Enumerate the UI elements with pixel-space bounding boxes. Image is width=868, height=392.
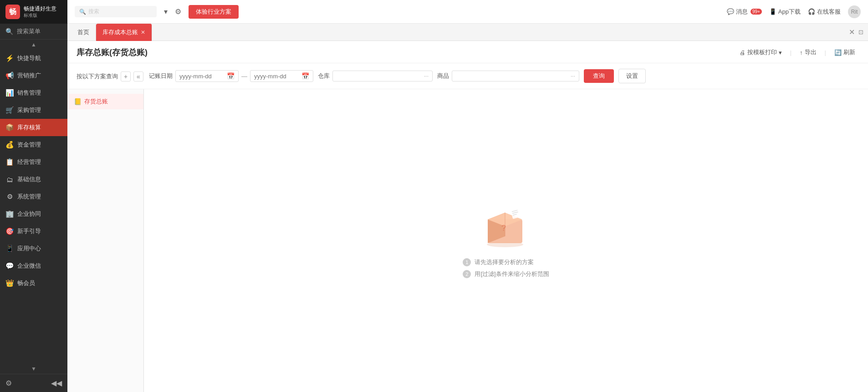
page-title: 库存总账(存货总账): [77, 47, 148, 58]
member-icon: 👑: [5, 279, 14, 287]
product-select[interactable]: ···: [452, 71, 579, 81]
sidebar-item-shortcut[interactable]: ⚡ 快捷导航: [0, 50, 67, 67]
sidebar-item-guide[interactable]: 🎯 新手引导: [0, 223, 67, 240]
sidebar-item-inventory[interactable]: 📦 库存核算: [0, 119, 67, 136]
tip-text-1: 请先选择要分析的方案: [475, 258, 534, 266]
tab-bar: 首页 库存成本总账 ✕ ✕ ⊡: [67, 24, 868, 41]
nav-settings-btn[interactable]: ⚙: [172, 5, 184, 18]
refresh-button[interactable]: 🔄 刷新: [831, 46, 859, 58]
export-button[interactable]: ↑ 导出: [796, 46, 820, 58]
sidebar-item-label: 资金管理: [17, 141, 41, 149]
print-dropdown-icon: ▾: [779, 49, 782, 56]
sidebar-item-label: 快捷导航: [17, 54, 41, 62]
message-button[interactable]: 💬 消息 99+: [727, 8, 762, 16]
sidebar-item-label: 营销推广: [17, 71, 41, 80]
page-header: 库存总账(存货总账) 🖨 按模板打印 ▾ | ↑ 导出 | 🔄 刷新: [67, 41, 868, 63]
sidebar-item-system[interactable]: ⚙ 系统管理: [0, 188, 67, 205]
sidebar-item-appstore[interactable]: 📱 应用中心: [0, 240, 67, 257]
sidebar-item-marketing[interactable]: 📢 营销推广: [0, 67, 67, 84]
filter-product-field: 商品 ···: [437, 71, 579, 81]
print-button[interactable]: 🖨 按模板打印 ▾: [736, 46, 786, 58]
sidebar-item-label: 企业协同: [17, 210, 41, 218]
sidebar-scroll-down[interactable]: ▼: [0, 364, 67, 374]
sidebar-item-sales[interactable]: 📊 销售管理: [0, 84, 67, 102]
warehouse-label: 仓库: [318, 72, 330, 80]
sidebar-item-basic[interactable]: 🗂 基础信息: [0, 171, 67, 188]
date-end-input[interactable]: [254, 73, 300, 80]
purchase-icon: 🛒: [5, 106, 14, 114]
sidebar-item-label: 应用中心: [17, 244, 41, 253]
sidebar-item-label: 销售管理: [17, 89, 41, 97]
filter-label-text: 按以下方案查询: [77, 72, 118, 81]
expand-icon[interactable]: ⊡: [858, 29, 863, 36]
print-label: 按模板打印: [747, 48, 777, 56]
online-service-button[interactable]: 🎧 在线客服: [808, 8, 841, 16]
empty-tips: 1 请先选择要分析的方案 2 用[过滤]条件来缩小分析范围: [463, 258, 549, 278]
inventory-icon: 📦: [5, 123, 14, 132]
date-separator: —: [241, 73, 247, 80]
data-area: ? 1 请先选择要分析的方案: [144, 89, 868, 392]
logo-text: 畅捷通好生意 标准版: [24, 5, 56, 19]
sidebar-item-finance[interactable]: 💰 资金管理: [0, 136, 67, 153]
sidebar-item-wechat[interactable]: 💬 企业微信: [0, 257, 67, 275]
top-nav-right: 💬 消息 99+ 📱 App下载 🎧 在线客服 Rit: [727, 5, 861, 18]
export-label: 导出: [805, 48, 817, 56]
tip-text-2: 用[过滤]条件来缩小分析范围: [475, 270, 549, 278]
main-area: 🔍 搜索 ▾ ⚙ 体验行业方案 💬 消息 99+ 📱 App下载 🎧 在线客服: [67, 0, 868, 392]
action-divider-1: |: [790, 49, 791, 56]
sidebar-search-label: 搜索菜单: [17, 27, 41, 36]
filter-collapse-button[interactable]: «: [133, 71, 143, 81]
sidebar-item-purchase[interactable]: 🛒 采购管理: [0, 102, 67, 119]
top-nav: 🔍 搜索 ▾ ⚙ 体验行业方案 💬 消息 99+ 📱 App下载 🎧 在线客服: [67, 0, 868, 24]
nav-dropdown-btn[interactable]: ▾: [161, 5, 170, 18]
close-panel-icon[interactable]: ✕: [849, 28, 855, 36]
filter-warehouse-field: 仓库 ···: [318, 71, 433, 81]
shortcut-icon: ⚡: [5, 54, 14, 62]
sidebar-bottom: ⚙ ◀◀: [0, 374, 67, 392]
tip-num-1: 1: [463, 258, 471, 266]
date-start-input[interactable]: [179, 73, 225, 80]
action-divider-2: |: [825, 49, 826, 56]
scheme-item-inventory-total[interactable]: 📒 存货总账: [67, 94, 143, 109]
nav-search[interactable]: 🔍 搜索: [75, 6, 157, 17]
warehouse-select[interactable]: ···: [332, 71, 433, 81]
phone-icon: 📱: [769, 8, 776, 15]
online-service-label: 在线客服: [817, 8, 841, 16]
basic-icon: 🗂: [5, 176, 14, 183]
sidebar-item-label: 系统管理: [17, 193, 41, 201]
trial-button[interactable]: 体验行业方案: [189, 5, 239, 19]
guide-icon: 🎯: [5, 227, 14, 235]
app-download-button[interactable]: 📱 App下载: [769, 8, 801, 16]
sidebar-item-label: 畅会员: [17, 279, 35, 287]
date-end-wrapper[interactable]: 📅: [250, 70, 313, 82]
sidebar-search[interactable]: 🔍 搜索菜单: [0, 24, 67, 40]
user-avatar[interactable]: Rit: [848, 5, 861, 18]
filter-bar: 按以下方案查询 + « 记账日期 📅 — 📅: [67, 63, 868, 89]
filter-label: 按以下方案查询 + «: [77, 69, 143, 81]
date-start-wrapper[interactable]: 📅: [175, 70, 239, 82]
sidebar-item-enterprise[interactable]: 🏢 企业协同: [0, 205, 67, 223]
calendar-end-icon[interactable]: 📅: [301, 72, 309, 80]
tip-row-2: 2 用[过滤]条件来缩小分析范围: [463, 270, 549, 278]
settings-icon[interactable]: ⚙: [5, 379, 12, 387]
collapse-icon[interactable]: ◀◀: [51, 379, 62, 387]
app-download-label: App下载: [778, 8, 801, 16]
scheme-panel: 📒 存货总账: [67, 89, 144, 392]
marketing-icon: 📢: [5, 71, 14, 80]
filter-add-button[interactable]: +: [121, 71, 131, 81]
sidebar-scroll-up[interactable]: ▲: [0, 40, 67, 50]
empty-state: ? 1 请先选择要分析的方案: [463, 204, 549, 278]
sidebar-item-label: 新手引导: [17, 227, 41, 235]
tab-inventory-ledger[interactable]: 库存成本总账 ✕: [96, 24, 152, 41]
message-icon: 💬: [727, 8, 734, 15]
tab-home[interactable]: 首页: [71, 24, 96, 41]
sidebar-item-member[interactable]: 👑 畅会员: [0, 275, 67, 292]
logo-icon: 畅: [5, 5, 20, 19]
query-button[interactable]: 查询: [584, 69, 614, 83]
sidebar-menu: ⚡ 快捷导航 📢 营销推广 📊 销售管理 🛒 采购管理 📦 库存核算 💰 资金管…: [0, 50, 67, 364]
tab-close-icon[interactable]: ✕: [141, 29, 145, 36]
sidebar-item-operation[interactable]: 📋 经营管理: [0, 153, 67, 171]
settings-button[interactable]: 设置: [618, 69, 646, 83]
calendar-start-icon[interactable]: 📅: [227, 72, 235, 80]
sidebar-item-label: 企业微信: [17, 262, 41, 270]
